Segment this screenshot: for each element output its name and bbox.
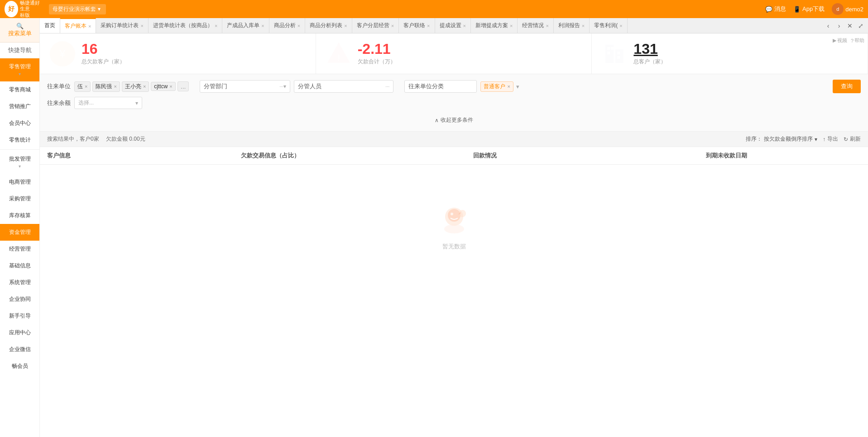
sidebar-item-enterprise[interactable]: 企业协同 (0, 291, 39, 308)
app-icon: 📱 (793, 6, 801, 13)
tab-new-promotion[interactable]: 新增提成方案 × (471, 18, 518, 33)
sidebar-item-appstore[interactable]: 应用中心 (0, 324, 39, 341)
tab-customer-account[interactable]: 客户账本 × (60, 18, 96, 33)
stat-total-debt-amount: ! -2.11 欠款合计（万） (316, 33, 592, 74)
app-download-button[interactable]: 📱 App下载 (793, 5, 825, 13)
tab-close-purchase-stat[interactable]: × (215, 23, 217, 28)
sidebar-item-purchase[interactable]: 采购管理 (0, 190, 39, 207)
query-button[interactable]: 查询 (833, 80, 861, 93)
unit-type-label: 往来单位分类 (404, 80, 477, 93)
search-icon: 🔍 (16, 23, 24, 29)
tab-customer-tier[interactable]: 客户分层经营 × (352, 18, 399, 33)
sidebar-item-vip[interactable]: 畅会员 (0, 358, 39, 375)
stat-icon-building (601, 40, 628, 67)
tab-close-customer-account[interactable]: × (88, 24, 91, 29)
tab-profit-report[interactable]: 利润报告 × (554, 18, 590, 33)
logo-icon: 好 (5, 1, 18, 17)
unit-tag-wu[interactable]: 伍 × (74, 81, 91, 92)
tab-close-retail-profit[interactable]: × (619, 23, 622, 28)
quick-nav[interactable]: 快捷导航 (0, 43, 39, 58)
unit-type-tag-close[interactable]: × (507, 84, 510, 89)
tab-retail-profit[interactable]: 零售利润( × (590, 18, 627, 33)
tab-home[interactable]: 首页 (40, 18, 60, 33)
tab-goods-analysis[interactable]: 商品分析 × (269, 18, 305, 33)
tab-scroll-left[interactable]: ‹ (824, 21, 833, 30)
tab-goods-analysis-list[interactable]: 商品分析列表 × (305, 18, 352, 33)
sidebar-item-retail-mall[interactable]: 零售商城 (0, 81, 39, 98)
logo-text: 畅捷通好生意 标版 (20, 0, 44, 18)
sidebar-item-marketing[interactable]: 营销推广 (0, 98, 39, 115)
tab-operation-status[interactable]: 经营情况 × (518, 18, 553, 33)
person-select[interactable]: 分管人员 ··· (294, 80, 393, 93)
account-selector[interactable]: 母婴行业演示帐套 ▾ (49, 4, 106, 14)
tab-customer-contact[interactable]: 客户联络 × (399, 18, 435, 33)
help-button[interactable]: ? 帮助 (851, 37, 864, 44)
stat-icon-debt: ¥ (49, 40, 76, 67)
unit-type-arrow[interactable]: ▾ (516, 83, 519, 90)
sidebar-item-system[interactable]: 系统管理 (0, 274, 39, 291)
tab-maximize[interactable]: ⤢ (856, 21, 865, 30)
unit-tag-cj-close[interactable]: × (169, 84, 172, 89)
sidebar: 🔍 搜索菜单 快捷导航 零售管理 ▾ 零售商城 营销推广 会员中心 零售统计 (0, 18, 40, 437)
user-menu[interactable]: d demo2 (832, 3, 863, 15)
sidebar-search[interactable]: 🔍 搜索菜单 (0, 18, 39, 43)
tab-close-purchase-order[interactable]: × (140, 23, 143, 28)
filter-row-unit: 往来单位 伍 × 陈民强 × 王小亮 (47, 80, 861, 93)
unit-tag-cj[interactable]: cjttcw × (151, 82, 175, 91)
stat-values-total: 131 总客户（家） (633, 42, 666, 66)
play-icon: ▶ (833, 38, 836, 43)
tab-close-goods-analysis[interactable]: × (297, 23, 300, 28)
tab-close-all[interactable]: ✕ (845, 21, 854, 30)
sort-select[interactable]: 排序： 按欠款金额倒序排序 ▾ (746, 135, 817, 143)
sidebar-item-member[interactable]: 会员中心 (0, 115, 39, 132)
unit-filter-label: 往来单位 (47, 82, 71, 90)
balance-select[interactable]: 选择... ▾ (74, 97, 142, 109)
col-header-return: 回款情况 (473, 152, 705, 160)
sidebar-item-operation[interactable]: 经营管理 (0, 241, 39, 257)
svg-rect-6 (607, 47, 610, 50)
tab-purchase-order[interactable]: 采购订单统计表 × (96, 18, 148, 33)
tab-scroll-right[interactable]: › (834, 21, 844, 30)
tab-close-promotion-setting[interactable]: × (463, 23, 466, 28)
tab-close-goods-analysis-list[interactable]: × (344, 23, 347, 28)
balance-arrow: ▾ (135, 100, 138, 106)
collapse-button[interactable]: ∧ 收起更多条件 (433, 114, 475, 126)
export-button[interactable]: ↑ 导出 (823, 135, 838, 143)
sidebar-item-ecommerce[interactable]: 电商管理 (0, 174, 39, 190)
tab-close-profit-report[interactable]: × (582, 23, 585, 28)
unit-tag-more[interactable]: ... (177, 81, 189, 91)
sidebar-item-batch[interactable]: 批发管理 ▾ (0, 151, 39, 174)
unit-tag-wang-close[interactable]: × (143, 84, 146, 89)
svg-rect-8 (607, 52, 610, 54)
refresh-button[interactable]: ↻ 刷新 (844, 135, 861, 143)
sidebar-item-basic[interactable]: 基础信息 (0, 257, 39, 274)
sidebar-item-inventory[interactable]: 库存核算 (0, 207, 39, 224)
unit-tag-chen-close[interactable]: × (114, 84, 116, 89)
unit-filter-tags: 伍 × 陈民强 × 王小亮 × (74, 81, 189, 92)
stat-label-total: 总客户（家） (633, 58, 666, 66)
message-button[interactable]: 💬 消息 (765, 5, 786, 13)
content-area: 首页 客户账本 × 采购订单统计表 × 进货单统计表（按商品） × 产成品入库单… (40, 18, 868, 437)
tab-purchase-stat[interactable]: 进货单统计表（按商品） × (149, 18, 222, 33)
unit-tag-chen[interactable]: 陈民强 × (92, 81, 120, 92)
tab-close-new-promotion[interactable]: × (510, 23, 513, 28)
stat-number-amount: -2.11 (358, 42, 396, 56)
unit-type-tags: 普通客户 × ▾ (480, 81, 519, 92)
sidebar-item-retail[interactable]: 零售管理 ▾ (0, 58, 39, 81)
sidebar-item-newbie[interactable]: 新手引导 (0, 308, 39, 324)
video-help-button[interactable]: ▶ 视频 (833, 37, 847, 44)
dept-arrow: ▾ (283, 83, 286, 90)
tab-close-customer-contact[interactable]: × (427, 23, 430, 28)
tab-close-product-stock[interactable]: × (261, 23, 264, 28)
tab-promotion-setting[interactable]: 提成设置 × (435, 18, 471, 33)
tab-close-customer-tier[interactable]: × (391, 23, 394, 28)
unit-tag-wu-close[interactable]: × (85, 84, 87, 89)
sidebar-item-finance[interactable]: 资金管理 (0, 224, 39, 241)
sidebar-item-retail-stat[interactable]: 零售统计 (0, 132, 39, 148)
tab-product-stock[interactable]: 产成品入库单 × (222, 18, 269, 33)
tab-close-operation-status[interactable]: × (546, 23, 548, 28)
unit-type-tag-normal[interactable]: 普通客户 × (480, 81, 513, 92)
sidebar-item-enterprise-wechat[interactable]: 企业微信 (0, 341, 39, 358)
unit-tag-wang[interactable]: 王小亮 × (122, 81, 149, 92)
dept-select[interactable]: 分管部门 ··· ▾ (200, 80, 290, 93)
